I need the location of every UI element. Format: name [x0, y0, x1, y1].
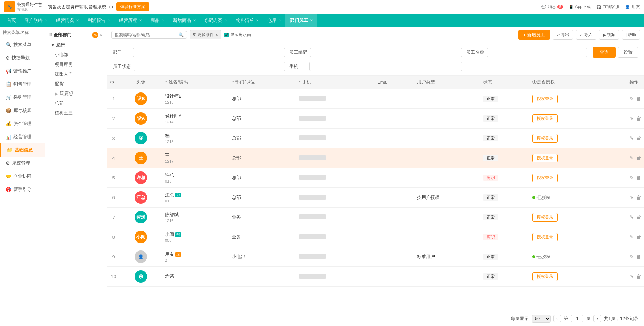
col-settings[interactable]: ⚙ — [107, 76, 120, 89]
tab-barcode[interactable]: 条码方案✕ — [200, 14, 232, 27]
dept-collapse-icon[interactable]: « — [100, 32, 103, 38]
phone-input[interactable] — [309, 62, 462, 71]
edit-button[interactable]: ✎ — [629, 116, 634, 121]
export-button[interactable]: ↗ 导出 — [553, 30, 573, 40]
tab-operations[interactable]: 经营情况✕ — [52, 14, 83, 27]
all-dept-label[interactable]: 全部部门 — [54, 32, 72, 38]
tab-goods[interactable]: 商品✕ — [146, 14, 169, 27]
close-icon[interactable]: ✕ — [139, 19, 142, 23]
more-conditions-button[interactable]: ⊽ 更多条件 ∧ — [190, 30, 221, 39]
settings-icon[interactable]: ⚙ — [110, 80, 114, 85]
close-icon[interactable]: ✕ — [310, 19, 313, 23]
add-employee-button[interactable]: + 新增员工 — [518, 30, 550, 40]
close-icon[interactable]: ✕ — [45, 19, 47, 23]
delete-button[interactable]: 🗑 — [636, 155, 641, 161]
dept-node-zongbu[interactable]: ▼ 总部 — [45, 40, 107, 50]
tab-bom[interactable]: 物料清单✕ — [232, 14, 263, 27]
sidebar-item-search[interactable]: 🔍搜索菜单 — [0, 38, 45, 51]
tab-home[interactable]: 首页 — [3, 14, 20, 27]
close-icon[interactable]: ✕ — [225, 19, 227, 23]
edit-button[interactable]: ✎ — [629, 274, 634, 279]
show-resigned-checkbox[interactable]: 显示离职员工 — [224, 32, 255, 38]
delete-button[interactable]: 🗑 — [636, 96, 641, 102]
edit-button[interactable]: ✎ — [629, 234, 634, 240]
sidebar-item-marketing[interactable]: 📢营销推广 — [0, 64, 45, 78]
edit-button[interactable]: ✎ — [629, 135, 634, 141]
dept-select[interactable] — [133, 48, 285, 57]
dept-node-peihuo[interactable]: 配货 — [45, 79, 107, 89]
delete-button[interactable]: 🗑 — [636, 116, 641, 121]
edit-button[interactable]: ✎ — [629, 96, 634, 102]
delete-button[interactable]: 🗑 — [636, 135, 641, 141]
dept-node-zongbu2[interactable]: 总部 — [45, 98, 107, 108]
user-item[interactable]: 👤 用友 — [625, 4, 640, 10]
tab-history[interactable]: 经营历程✕ — [115, 14, 146, 27]
emp-code-input[interactable] — [310, 48, 462, 57]
sidebar-item-sales[interactable]: 📋销售管理 — [0, 78, 45, 91]
import-button[interactable]: ↙ 导入 — [576, 30, 596, 40]
sidebar-item-collab[interactable]: 🤝企业协同 — [0, 170, 45, 183]
col-name[interactable]: ↕ 姓名/编码 — [162, 76, 229, 89]
page-input[interactable] — [571, 315, 583, 322]
dept-node-xiaodian[interactable]: 小电部 — [45, 50, 107, 60]
auth-button[interactable]: 授权登录 — [532, 134, 558, 143]
delete-button[interactable]: 🗑 — [636, 175, 641, 180]
sidebar-item-purchase[interactable]: 🛒采购管理 — [0, 91, 45, 104]
dept-edit-icon[interactable]: ✎ — [92, 32, 98, 38]
auth-button[interactable]: 授权登录 — [532, 154, 558, 162]
auth-button[interactable]: 授权登录 — [532, 272, 558, 281]
tab-new-goods[interactable]: 新增商品✕ — [169, 14, 200, 27]
close-icon[interactable]: ✕ — [193, 19, 196, 23]
auth-button[interactable]: 授权登录 — [532, 174, 558, 182]
setting-button[interactable]: 设置 — [618, 47, 638, 58]
tab-dept-staff[interactable]: 部门员工✕ — [286, 14, 317, 27]
next-page-button[interactable]: › — [593, 315, 601, 322]
auth-button[interactable]: 授权登录 — [532, 233, 558, 241]
sidebar-item-finance[interactable]: 💰资金管理 — [0, 117, 45, 130]
auth-button[interactable]: 授权登录 — [532, 95, 558, 103]
close-icon[interactable]: ✕ — [256, 19, 259, 23]
close-icon[interactable]: ✕ — [162, 19, 164, 23]
edit-button[interactable]: ✎ — [629, 195, 634, 200]
delete-button[interactable]: 🗑 — [636, 274, 641, 279]
search-input[interactable] — [115, 33, 177, 37]
gear-button[interactable]: ⚙ — [109, 4, 114, 10]
help-button[interactable]: | 帮助 — [622, 30, 640, 40]
tab-customer[interactable]: 客户联络✕ — [20, 14, 52, 27]
dept-node-zhishu[interactable]: 植树王三 — [45, 108, 107, 118]
col-dept[interactable]: ↕ 部门/职位 — [229, 76, 296, 89]
sidebar-item-system[interactable]: ⚙系统管理 — [0, 157, 45, 170]
col-phone[interactable]: ↕ 手机 — [296, 76, 374, 89]
sidebar-item-inventory[interactable]: 📦库存核算 — [0, 104, 45, 117]
emp-name-input[interactable] — [487, 48, 587, 57]
emp-status-select[interactable] — [134, 62, 285, 71]
auth-button[interactable]: 授权登录 — [532, 114, 558, 123]
edit-button[interactable]: ✎ — [629, 175, 634, 180]
close-icon[interactable]: ✕ — [279, 19, 281, 23]
online-service-item[interactable]: 🎧 在线客服 — [596, 4, 619, 10]
delete-button[interactable]: 🗑 — [636, 234, 641, 240]
trial-button[interactable]: 体验行业方案 — [116, 2, 149, 11]
sidebar-item-quicknav[interactable]: ⊙快捷导航 — [0, 51, 45, 64]
tab-profit[interactable]: 利润报告✕ — [83, 14, 115, 27]
auth-button[interactable]: 授权登录 — [532, 213, 558, 222]
edit-button[interactable]: ✎ — [629, 214, 634, 220]
delete-button[interactable]: 🗑 — [636, 214, 641, 220]
delete-button[interactable]: 🗑 — [636, 195, 641, 200]
app-download-item[interactable]: 📱 App下载 — [569, 4, 591, 10]
message-item[interactable]: 💬 消息 5 — [541, 4, 563, 10]
tab-warehouse[interactable]: 仓库✕ — [263, 14, 286, 27]
sidebar-item-basics[interactable]: 📁基础信息 — [0, 143, 45, 157]
edit-button[interactable]: ✎ — [629, 155, 634, 161]
dept-node-shenyang[interactable]: 沈阳大库 — [45, 69, 107, 79]
dept-node-project[interactable]: 项目库房 — [45, 60, 107, 69]
edit-button[interactable]: ✎ — [629, 254, 634, 259]
sidebar-item-guide[interactable]: 🎯新手引导 — [0, 183, 45, 196]
sidebar-search-input[interactable] — [3, 30, 45, 35]
page-size-select[interactable]: 50 100 — [532, 315, 551, 323]
delete-button[interactable]: 🗑 — [636, 254, 641, 259]
dept-node-shuanglu[interactable]: ▶ 双鹿想 — [45, 89, 107, 98]
prev-page-button[interactable]: ‹ — [553, 315, 561, 322]
query-button[interactable]: 查询 — [593, 47, 616, 58]
close-icon[interactable]: ✕ — [76, 19, 79, 23]
